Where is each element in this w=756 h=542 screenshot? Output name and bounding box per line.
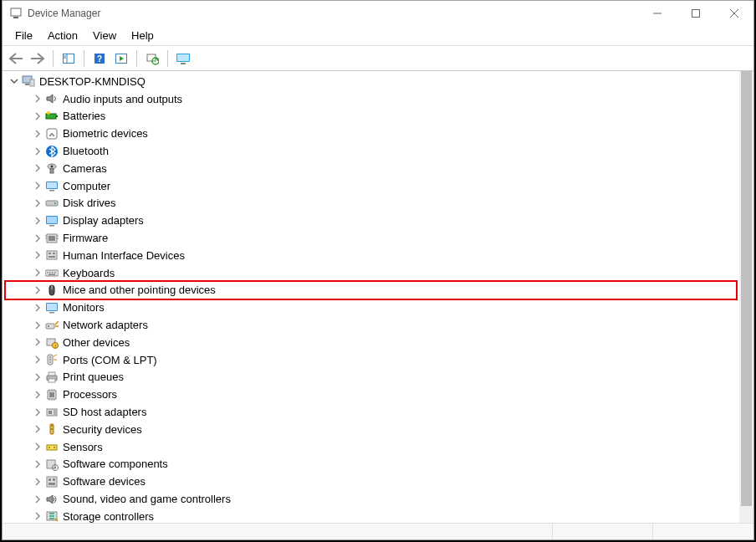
caret-right-icon[interactable] [31, 422, 44, 436]
monitor-icon [44, 301, 59, 314]
show-hide-console-tree-button[interactable] [59, 49, 79, 69]
svg-point-66 [49, 361, 51, 363]
caret-right-icon[interactable] [31, 92, 44, 105]
tree-item-label: Computer [63, 180, 110, 192]
help-button[interactable]: ? [89, 49, 110, 69]
titlebar[interactable]: Device Manager [3, 1, 753, 26]
caret-right-icon[interactable] [31, 127, 44, 141]
caret-right-icon[interactable] [31, 406, 44, 419]
cpu-icon [44, 388, 59, 401]
svg-point-27 [51, 166, 54, 168]
svg-rect-96 [47, 477, 57, 487]
svg-rect-6 [64, 54, 74, 63]
window-title: Device Manager [28, 8, 100, 19]
svg-rect-58 [46, 324, 54, 329]
caret-right-icon[interactable] [31, 110, 44, 123]
svg-point-88 [54, 447, 55, 448]
minimize-button[interactable] [638, 1, 677, 26]
tree-item[interactable]: Cameras [3, 160, 739, 177]
caret-right-icon[interactable] [31, 493, 44, 506]
software-icon [44, 458, 59, 471]
caret-right-icon[interactable] [31, 371, 44, 384]
caret-right-icon[interactable] [31, 301, 44, 314]
tree-item[interactable]: SD host adapters [3, 403, 739, 421]
monitor-button[interactable] [173, 49, 193, 69]
svg-rect-44 [49, 253, 51, 254]
svg-rect-30 [47, 182, 57, 188]
tree-item[interactable]: Ports (COM & LPT) [3, 351, 739, 369]
fingerprint-icon [44, 127, 59, 141]
menu-file[interactable]: File [8, 28, 40, 43]
caret-right-icon[interactable] [31, 161, 44, 175]
action-button[interactable] [111, 49, 131, 69]
tree-item[interactable]: Software devices [3, 473, 739, 490]
tree-item[interactable]: Audio inputs and outputs [3, 90, 739, 108]
tree-item[interactable]: Batteries [3, 108, 739, 125]
tree-item[interactable]: Disk drives [3, 195, 739, 212]
window: Device Manager File Action View Help [2, 0, 754, 540]
device-tree[interactable]: DESKTOP-KMNDISQ Audio inputs and outputs… [3, 73, 739, 523]
caret-right-icon[interactable] [31, 232, 44, 245]
tree-item[interactable]: ! Other devices [3, 334, 739, 351]
svg-rect-69 [49, 379, 55, 382]
scan-hardware-button[interactable] [142, 49, 162, 69]
tree-item[interactable]: Human Interface Devices [3, 247, 739, 264]
display-icon [44, 214, 59, 228]
caret-right-icon[interactable] [31, 179, 44, 192]
caret-right-icon[interactable] [31, 266, 44, 279]
printer-icon [44, 371, 59, 384]
caret-right-icon[interactable] [31, 509, 44, 523]
tree-item[interactable]: Mice and other pointing devices [3, 282, 739, 299]
tree-item[interactable]: Keyboards [3, 264, 739, 282]
statusbar [3, 523, 753, 539]
computer-icon [44, 179, 59, 192]
tree-item[interactable]: Sound, video and game controllers [3, 490, 739, 508]
tree-item[interactable]: Print queues [3, 369, 739, 386]
menu-action[interactable]: Action [40, 28, 85, 43]
svg-rect-43 [47, 251, 57, 259]
tree-item[interactable]: Bluetooth [3, 142, 739, 160]
tree-item[interactable]: Processors [3, 386, 739, 403]
caret-right-icon[interactable] [31, 145, 44, 158]
tree-item[interactable]: Network adapters [3, 316, 739, 334]
svg-rect-45 [53, 253, 55, 254]
tree-item[interactable]: Monitors [3, 299, 739, 316]
tree-root[interactable]: DESKTOP-KMNDISQ [3, 73, 739, 90]
tree-item[interactable]: Biometric devices [3, 125, 739, 142]
tree-item-label: Biometric devices [63, 127, 148, 140]
caret-right-icon[interactable] [31, 440, 44, 453]
caret-right-icon[interactable] [31, 388, 44, 401]
forward-button[interactable] [28, 49, 48, 69]
caret-right-icon[interactable] [31, 284, 44, 297]
tree-item[interactable]: Firmware [3, 229, 739, 247]
svg-point-85 [51, 428, 53, 430]
caret-right-icon[interactable] [31, 214, 44, 228]
caret-down-icon[interactable] [8, 74, 21, 88]
back-button[interactable] [6, 49, 26, 69]
caret-right-icon[interactable] [31, 458, 44, 471]
svg-rect-28 [50, 169, 54, 173]
caret-right-icon[interactable] [31, 248, 44, 262]
caret-right-icon[interactable] [31, 475, 44, 488]
tree-item[interactable]: Computer [3, 177, 739, 195]
tree-item-label: Cameras [63, 162, 107, 175]
caret-right-icon[interactable] [31, 335, 44, 349]
tree-item[interactable]: Software components [3, 456, 739, 473]
caret-right-icon[interactable] [31, 197, 44, 210]
menu-help[interactable]: Help [124, 28, 161, 43]
tree-item[interactable]: Storage controllers [3, 508, 739, 523]
tree-item-label: Software components [63, 458, 168, 470]
svg-rect-0 [11, 8, 21, 16]
vertical-scrollbar[interactable] [739, 71, 753, 523]
close-button[interactable] [715, 1, 753, 26]
svg-rect-71 [49, 392, 54, 397]
svg-rect-98 [53, 478, 55, 481]
tree-item[interactable]: Display adapters [3, 212, 739, 229]
menu-view[interactable]: View [85, 28, 124, 43]
caret-right-icon[interactable] [31, 353, 44, 366]
tree-item[interactable]: Sensors [3, 438, 739, 456]
scrollbar-thumb[interactable] [741, 71, 752, 506]
caret-right-icon[interactable] [31, 319, 44, 332]
tree-item[interactable]: Security devices [3, 421, 739, 438]
maximize-button[interactable] [677, 1, 715, 26]
